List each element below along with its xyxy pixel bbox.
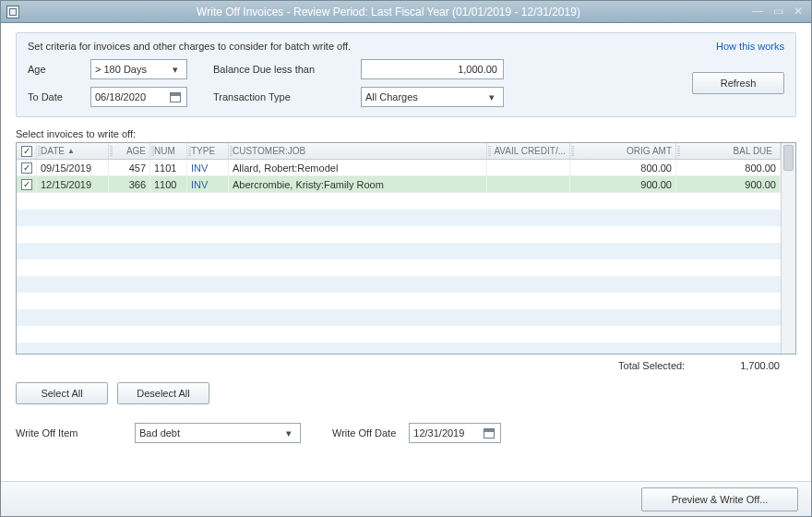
cell-bal-due: 900.00 (676, 176, 781, 192)
content-area: Set criteria for invoices and other char… (1, 23, 811, 481)
help-link[interactable]: How this works (716, 41, 784, 52)
table-row[interactable]: ✓09/15/20194571101INVAllard, Robert:Remo… (17, 160, 781, 176)
header-checkbox[interactable]: ✓ (17, 143, 37, 159)
cell-avail-credit (487, 160, 570, 175)
header-bal-due[interactable]: BAL DUE (676, 143, 781, 159)
writeoff-item-value: Bad debt (139, 427, 180, 439)
header-date[interactable]: DATE▲ (37, 143, 109, 159)
cell-age: 457 (109, 160, 150, 175)
empty-row (17, 343, 781, 354)
window-title: Write Off Invoices - Review Period: Last… (27, 6, 750, 18)
calendar-icon[interactable] (482, 426, 496, 440)
cell-age: 366 (109, 176, 150, 192)
cell-orig-amt: 900.00 (570, 176, 676, 192)
titlebar: Write Off Invoices - Review Period: Last… (1, 1, 811, 23)
writeoff-date-input[interactable]: 12/31/2019 (409, 423, 501, 443)
vertical-scrollbar[interactable] (781, 143, 795, 354)
window: Write Off Invoices - Review Period: Last… (0, 0, 812, 517)
row-checkbox[interactable]: ✓ (17, 160, 37, 175)
header-customer[interactable]: CUSTOMER:JOB (229, 143, 487, 159)
table-row[interactable]: ✓12/15/20193661100INVAbercrombie, Kristy… (17, 176, 781, 193)
txntype-label: Transaction Type (213, 91, 352, 102)
empty-row (17, 226, 781, 243)
scrollbar-thumb[interactable] (783, 145, 794, 171)
cell-orig-amt: 800.00 (570, 160, 676, 175)
cell-type: INV (187, 160, 229, 175)
checkbox-icon: ✓ (21, 162, 32, 174)
cell-customer: Abercrombie, Kristy:Family Room (229, 176, 487, 192)
empty-row (17, 243, 781, 259)
header-type[interactable]: TYPE (187, 143, 229, 159)
cell-avail-credit (487, 176, 570, 192)
invoice-grid: ✓ DATE▲ AGE NUM TYPE CUSTOMER:JOB AVAIL … (16, 142, 796, 355)
todate-input[interactable]: 06/18/2020 (90, 87, 187, 107)
empty-row (17, 276, 781, 293)
sort-asc-icon: ▲ (67, 147, 75, 155)
age-dropdown[interactable]: > 180 Days ▾ (90, 59, 187, 79)
todate-label: To Date (28, 91, 81, 102)
balance-value: 1,000.00 (458, 64, 497, 75)
header-avail-credit[interactable]: AVAIL CREDIT/... (487, 143, 570, 159)
cell-date: 12/15/2019 (37, 176, 109, 192)
balance-input[interactable]: 1,000.00 (361, 59, 504, 79)
refresh-button[interactable]: Refresh (692, 72, 784, 94)
writeoff-item-label: Write Off Item (16, 427, 122, 439)
invoice-type-link[interactable]: INV (191, 162, 208, 174)
maximize-button[interactable]: ▭ (770, 6, 785, 18)
row-checkbox[interactable]: ✓ (17, 176, 37, 192)
totals-row: Total Selected: 1,700.00 (16, 355, 796, 375)
balance-label: Balance Due less than (213, 64, 352, 75)
header-age[interactable]: AGE (109, 143, 150, 159)
todate-value: 06/18/2020 (95, 91, 146, 102)
total-selected-label: Total Selected: (618, 360, 685, 371)
txntype-dropdown[interactable]: All Charges ▾ (361, 87, 504, 107)
writeoff-date-value: 12/31/2019 (413, 427, 464, 439)
txntype-value: All Charges (365, 91, 418, 102)
empty-row (17, 210, 781, 226)
cell-num: 1101 (150, 160, 187, 175)
cell-num: 1100 (150, 176, 187, 192)
refresh-label: Refresh (721, 78, 757, 89)
cell-date: 09/15/2019 (37, 160, 109, 175)
criteria-panel: Set criteria for invoices and other char… (16, 32, 796, 117)
cell-type: INV (187, 176, 229, 192)
writeoff-date-label: Write Off Date (332, 427, 396, 439)
preview-writeoff-button[interactable]: Preview & Write Off... (641, 487, 798, 511)
header-orig-amt[interactable]: ORIG AMT (570, 143, 676, 159)
cell-customer: Allard, Robert:Remodel (229, 160, 487, 175)
writeoff-item-dropdown[interactable]: Bad debt ▾ (135, 423, 301, 443)
empty-row (17, 326, 781, 343)
chevron-down-icon: ▾ (168, 62, 183, 77)
total-selected-value: 1,700.00 (740, 360, 780, 371)
select-all-button[interactable]: Select All (16, 382, 108, 404)
empty-row (17, 259, 781, 276)
app-icon (6, 6, 19, 18)
grid-header: ✓ DATE▲ AGE NUM TYPE CUSTOMER:JOB AVAIL … (17, 143, 781, 160)
window-controls: — ▭ ✕ (750, 6, 806, 18)
deselect-all-button[interactable]: Deselect All (117, 382, 209, 404)
grid-body: ✓09/15/20194571101INVAllard, Robert:Remo… (17, 160, 781, 354)
header-num[interactable]: NUM (150, 143, 187, 159)
empty-row (17, 193, 781, 210)
close-button[interactable]: ✕ (791, 6, 806, 18)
invoice-type-link[interactable]: INV (191, 179, 208, 190)
age-value: > 180 Days (95, 64, 147, 75)
criteria-intro: Set criteria for invoices and other char… (28, 41, 351, 52)
grid-section-label: Select invoices to write off: (16, 128, 796, 139)
empty-row (17, 309, 781, 326)
calendar-icon[interactable] (168, 90, 183, 104)
empty-row (17, 293, 781, 309)
cell-bal-due: 800.00 (676, 160, 781, 175)
checkbox-icon: ✓ (21, 146, 32, 157)
checkbox-icon: ✓ (21, 179, 32, 190)
age-label: Age (28, 64, 81, 75)
chevron-down-icon: ▾ (281, 426, 296, 440)
chevron-down-icon: ▾ (484, 90, 499, 104)
minimize-button[interactable]: — (750, 6, 765, 18)
footer-bar: Preview & Write Off... (1, 481, 811, 516)
